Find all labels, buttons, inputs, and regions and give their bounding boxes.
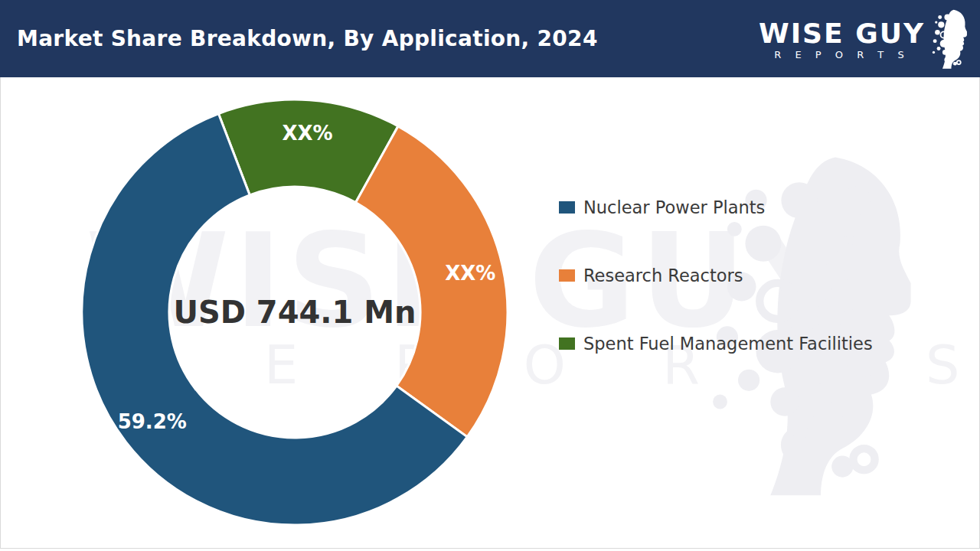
page-title: Market Share Breakdown, By Application, … bbox=[17, 0, 598, 77]
legend-swatch-research-reactors bbox=[559, 269, 575, 282]
header-bar: Market Share Breakdown, By Application, … bbox=[0, 0, 980, 77]
donut-center-label: USD 744.1 Mn bbox=[173, 295, 416, 330]
legend-label: Research Reactors bbox=[583, 266, 743, 285]
legend-item-spent-fuel-management-facilities: Spent Fuel Management Facilities bbox=[559, 331, 873, 356]
report-card: WISE GUY R E P O R T S Market Share Brea… bbox=[0, 0, 980, 551]
legend-item-research-reactors: Research Reactors bbox=[559, 263, 873, 288]
segment-value-label-research-reactors: XX% bbox=[445, 262, 495, 285]
wiseguy-logo: WISE GUY R E P O R T S bbox=[759, 5, 971, 75]
legend-item-nuclear-power-plants: Nuclear Power Plants bbox=[559, 195, 873, 220]
wiseguy-logo-text: WISE GUY R E P O R T S bbox=[759, 19, 925, 61]
segment-value-label-spent-fuel-management-facilities: XX% bbox=[282, 122, 332, 145]
chart-legend: Nuclear Power PlantsResearch ReactorsSpe… bbox=[559, 195, 873, 356]
logo-tagline: R E P O R T S bbox=[774, 49, 909, 60]
legend-label: Nuclear Power Plants bbox=[583, 197, 765, 217]
logo-brand-name: WISE GUY bbox=[759, 19, 925, 48]
legend-label: Spent Fuel Management Facilities bbox=[583, 334, 873, 354]
wiseguy-head-icon bbox=[928, 8, 971, 71]
segment-value-label-nuclear-power-plants: 59.2% bbox=[118, 410, 187, 433]
donut-chart: XX%XX%59.2%USD 744.1 Mn bbox=[80, 98, 509, 527]
legend-swatch-spent-fuel-management-facilities bbox=[559, 337, 575, 350]
legend-swatch-nuclear-power-plants bbox=[559, 201, 575, 214]
